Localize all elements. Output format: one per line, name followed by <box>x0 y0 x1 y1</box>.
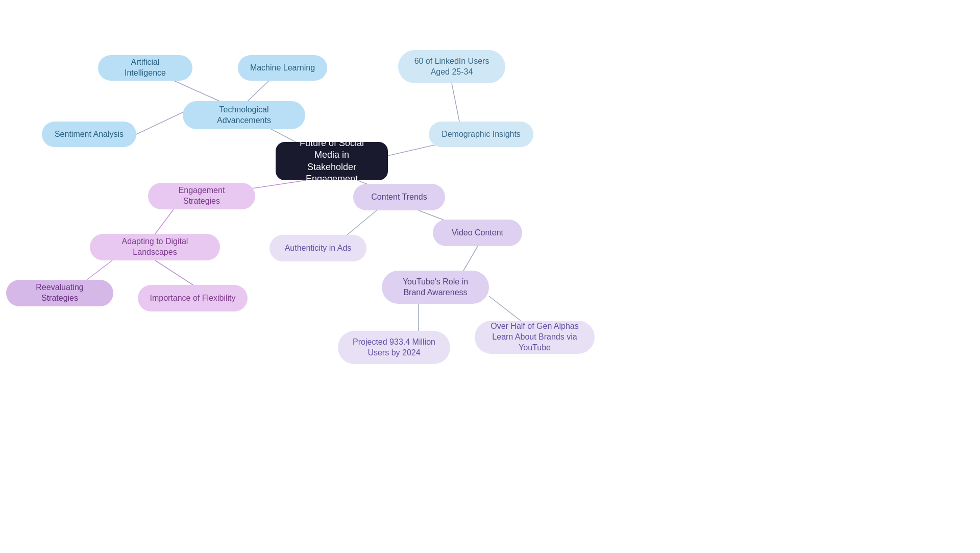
node-over-half-gen-alpha: Over Half of Gen Alphas Learn About Bran… <box>475 321 595 354</box>
engagement-label: Engagement Strategies <box>159 185 244 207</box>
node-machine-learning: Machine Learning <box>238 55 327 81</box>
center-label: Future of Social Media in Stakeholder En… <box>292 137 372 185</box>
node-authenticity-ads: Authenticity in Ads <box>270 235 366 261</box>
node-video-content: Video Content <box>433 220 522 246</box>
svg-line-3 <box>136 112 183 134</box>
svg-line-15 <box>489 296 521 321</box>
ai-label: Artificial Intelligence <box>109 57 181 79</box>
youtube-role-label: YouTube's Role in Brand Awareness <box>393 277 478 298</box>
node-youtube-role: YouTube's Role in Brand Awareness <box>382 271 489 304</box>
center-node: Future of Social Media in Stakeholder En… <box>276 142 388 180</box>
reevaluating-label: Reevaluating Strategies <box>17 282 102 304</box>
tech-advancements-label: Technological Advancements <box>194 105 294 126</box>
node-artificial-intelligence: Artificial Intelligence <box>98 55 192 81</box>
node-sentiment-analysis: Sentiment Analysis <box>42 122 136 147</box>
authenticity-label: Authenticity in Ads <box>285 243 352 254</box>
ml-label: Machine Learning <box>250 63 315 74</box>
node-reevaluating-strategies: Reevaluating Strategies <box>6 280 113 306</box>
video-content-label: Video Content <box>452 228 503 238</box>
gen-alpha-label: Over Half of Gen Alphas Learn About Bran… <box>486 321 583 353</box>
svg-line-13 <box>463 246 478 271</box>
svg-line-5 <box>452 83 459 122</box>
node-projected-933: Projected 933.4 Million Users by 2024 <box>338 331 450 364</box>
node-technological-advancements: Technological Advancements <box>183 101 305 129</box>
node-content-trends: Content Trends <box>353 184 445 210</box>
svg-line-8 <box>87 260 112 280</box>
sentiment-label: Sentiment Analysis <box>55 129 124 140</box>
projected-label: Projected 933.4 Million Users by 2024 <box>349 337 439 358</box>
flexibility-label: Importance of Flexibility <box>150 293 235 304</box>
svg-line-7 <box>155 209 174 234</box>
node-demographic-insights: Demographic Insights <box>429 122 533 147</box>
node-adapting-digital: Adapting to Digital Landscapes <box>90 234 220 260</box>
adapting-label: Adapting to Digital Landscapes <box>101 236 209 258</box>
svg-line-9 <box>155 260 193 285</box>
linkedin-label: 60 of LinkedIn Users Aged 25-34 <box>409 56 494 78</box>
node-importance-flexibility: Importance of Flexibility <box>138 285 248 311</box>
demographic-label: Demographic Insights <box>442 129 521 140</box>
node-engagement-strategies: Engagement Strategies <box>148 183 255 209</box>
node-linkedin-users: 60 of LinkedIn Users Aged 25-34 <box>398 50 505 83</box>
svg-line-11 <box>347 210 377 235</box>
content-trends-label: Content Trends <box>371 192 427 203</box>
